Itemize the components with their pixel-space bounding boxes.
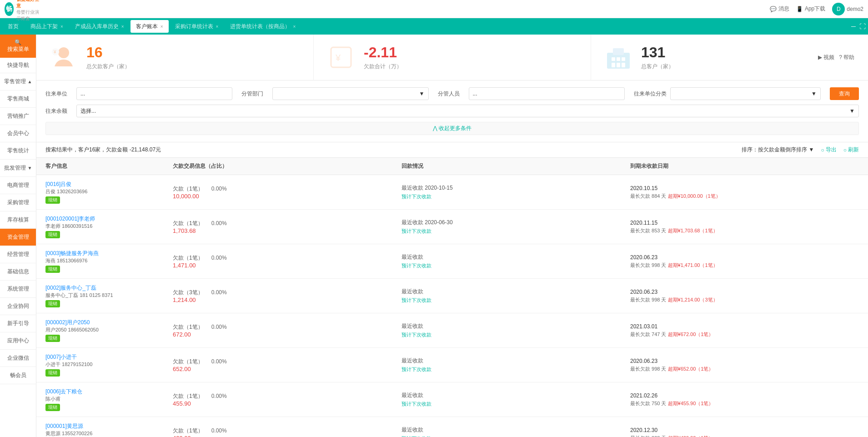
collect-next: 预计下次收款 [401, 228, 630, 235]
video-btn[interactable]: ▶ 视频 [818, 54, 834, 61]
query-button[interactable]: 查询 [830, 87, 859, 100]
customer-name-link[interactable]: [000002]用户2050 [45, 319, 90, 326]
app-download-btn[interactable]: 📱 App下载 [796, 5, 825, 13]
sidebar-item-wholesale-mgmt[interactable]: 批发管理 ▼ [0, 160, 36, 177]
customer-info-cell: [0002]服务中心_丁磊 服务中心_丁磊 181 0125 8371 现销 [45, 284, 173, 307]
summary-cards: ¥ 16 总欠款客户（家） ¥ -2.11 欠款合计（ [36, 35, 868, 80]
sidebar-item-finance[interactable]: 资金管理 [0, 229, 36, 246]
sidebar-item-retail-mall[interactable]: 零售商城 [0, 90, 36, 108]
close-icon[interactable]: × [121, 24, 124, 29]
filter-department: 分管部门 ▼ [241, 87, 428, 100]
person-input[interactable]: ... [469, 87, 625, 100]
refresh-btn[interactable]: ○ 刷新 [843, 146, 859, 154]
table-row: [0001020001]李老师 李老师 18600391516 现销 欠款（1笔… [36, 210, 868, 244]
overdue-days: 最长欠款 884 天 [630, 193, 666, 199]
help-btn[interactable]: ? 帮助 [839, 54, 854, 61]
debt-amount: 1,703.68 [173, 227, 203, 234]
minimize-btn[interactable]: ─ [851, 23, 856, 30]
sidebar-item-member[interactable]: 会员中心 [0, 125, 36, 142]
tab-home[interactable]: 首页 [2, 20, 24, 33]
sidebar-item-chang-member[interactable]: 畅会员 [0, 367, 36, 384]
sidebar-item-search-menu[interactable]: 🔍 搜索菜单 [0, 35, 36, 58]
filter-label-person: 分管人员 [438, 90, 465, 98]
chevron-down-icon: ▼ [419, 90, 425, 97]
overdue-link[interactable]: 超期¥10,000.00（1笔） [668, 193, 721, 199]
customer-name-link[interactable]: [0016]吕俊 [45, 181, 71, 187]
customer-name-link[interactable]: [0006]去下粮仓 [45, 388, 82, 395]
overdue-link[interactable]: 超期¥672.00（1笔） [668, 332, 714, 337]
tab-finished-goods[interactable]: 产成品入库单历史 × [70, 20, 130, 33]
close-icon[interactable]: × [293, 24, 296, 29]
collect-cell: 最近收款 预计下次收款 [401, 426, 630, 437]
sidebar-item-app-center[interactable]: 应用中心 [0, 332, 36, 350]
message-btn[interactable]: 💬 消息 [770, 5, 789, 13]
sidebar-item-ecommerce[interactable]: 电商管理 [0, 177, 36, 194]
overdue-days: 最长欠款 998 天 [630, 366, 666, 372]
overdue-days: 最长欠款 747 天 [630, 332, 666, 337]
debt-ratio: 0.00% [211, 358, 227, 365]
close-icon[interactable]: × [216, 24, 219, 29]
sidebar-item-guide[interactable]: 新手引导 [0, 315, 36, 332]
category-select[interactable]: ▼ [670, 87, 821, 100]
close-icon[interactable]: × [161, 24, 163, 29]
sidebar-item-basic-info[interactable]: 基础信息 [0, 263, 36, 281]
svg-rect-12 [622, 63, 625, 67]
export-btn[interactable]: ○ 导出 [821, 146, 837, 154]
sidebar-item-quick-nav[interactable]: 快捷导航 [0, 58, 36, 73]
overdue-cell: 2020.12.30 最长欠款 808 天 超期¥429.00（1笔） [630, 427, 859, 437]
maximize-btn[interactable]: ⛶ [859, 23, 866, 30]
customer-info-cell: [0006]去下粮仓 陈小甫 现销 [45, 388, 173, 411]
customer-name-link[interactable]: [0003]畅捷服务尹海燕 [45, 250, 99, 256]
sidebar-item-retail-mgmt[interactable]: 零售管理 ▲ [0, 73, 36, 90]
filter-label-balance: 往来余额 [45, 107, 73, 115]
sidebar-item-retail-stats[interactable]: 零售统计 [0, 142, 36, 160]
sidebar-item-marketing[interactable]: 营销推广 [0, 108, 36, 125]
department-select[interactable]: ▼ [272, 87, 428, 100]
overdue-link[interactable]: 超期¥652.00（1笔） [668, 366, 714, 372]
debtors-icon: ¥ [50, 44, 77, 71]
customer-name-link[interactable]: [000001]黄思源 [45, 423, 83, 429]
sidebar-item-system[interactable]: 系统管理 [0, 281, 36, 298]
close-icon[interactable]: × [60, 24, 63, 29]
logo-icon: 畅 [5, 2, 14, 16]
tab-purchase-order[interactable]: 采购订单统计表 × [170, 20, 224, 33]
brand-name: 畅捷通好生意 [16, 0, 41, 9]
card3-label: 总客户（家） [641, 63, 674, 70]
collect-next: 预计下次收款 [401, 401, 630, 407]
debt-cell: 欠款（1笔） 1,471.00 0.00% [173, 254, 401, 269]
collect-recent: 最近收款 [401, 288, 630, 296]
sidebar-item-purchase-mgmt[interactable]: 采购管理 [0, 194, 36, 211]
user-avatar[interactable]: D demo2 [832, 3, 863, 15]
collapse-btn[interactable]: ⋀ 收起更多条件 [45, 122, 859, 135]
due-date: 2020.06.23 [630, 358, 859, 364]
debt-ratio: 0.00% [211, 393, 227, 399]
sidebar-item-inventory[interactable]: 库存核算 [0, 211, 36, 229]
debt-cell: 欠款（1笔） 1,703.68 0.00% [173, 220, 401, 234]
sidebar-item-operations[interactable]: 经营管理 [0, 246, 36, 263]
tab-customer-ledger[interactable]: 客户账本 × [130, 20, 169, 33]
debt-ratio: 0.00% [211, 427, 227, 434]
debt-amount: 652.00 [173, 366, 203, 372]
result-info: 搜索结果中，客户16家，欠款金额 -21,148.07元 [45, 146, 161, 154]
collect-recent: 最近收款 [401, 426, 630, 434]
overdue-link[interactable]: 超期¥429.00（1笔） [668, 435, 714, 437]
customer-name-link[interactable]: [0002]服务中心_丁磊 [45, 285, 96, 291]
overdue-link[interactable]: 超期¥455.90（1笔） [668, 401, 714, 406]
filter-area: 往来单位 ... 分管部门 ▼ 分管人员 ... [36, 80, 868, 142]
overdue-link[interactable]: 超期¥1,703.68（1笔） [668, 228, 718, 233]
overdue-link[interactable]: 超期¥1,214.00（3笔） [668, 297, 718, 302]
balance-select[interactable]: 选择... ▼ [76, 105, 859, 117]
overdue-cell: 2020.10.15 最长欠款 884 天 超期¥10,000.00（1笔） [630, 185, 859, 200]
sidebar-item-enterprise[interactable]: 企业协同 [0, 298, 36, 315]
customer-name-link[interactable]: [0007]小进干 [45, 354, 77, 360]
header-collection: 回款情况 [401, 162, 630, 170]
customer-name-link[interactable]: [0001020001]李老师 [45, 216, 95, 222]
debt-amount: 672.00 [173, 331, 203, 338]
overdue-link[interactable]: 超期¥1,471.00（1笔） [668, 262, 718, 268]
sidebar-item-wechat[interactable]: 企业微信 [0, 350, 36, 367]
tab-product-listing[interactable]: 商品上下架 × [25, 20, 69, 33]
table-row: [0007]小进干 小进干 18279152100 现销 欠款（1笔） 652.… [36, 348, 868, 382]
source-unit-input[interactable]: ... [76, 87, 232, 100]
tab-purchase-stats[interactable]: 进货单统计表（按商品） × [225, 20, 301, 33]
collect-cell: 最近收款 预计下次收款 [401, 357, 630, 373]
